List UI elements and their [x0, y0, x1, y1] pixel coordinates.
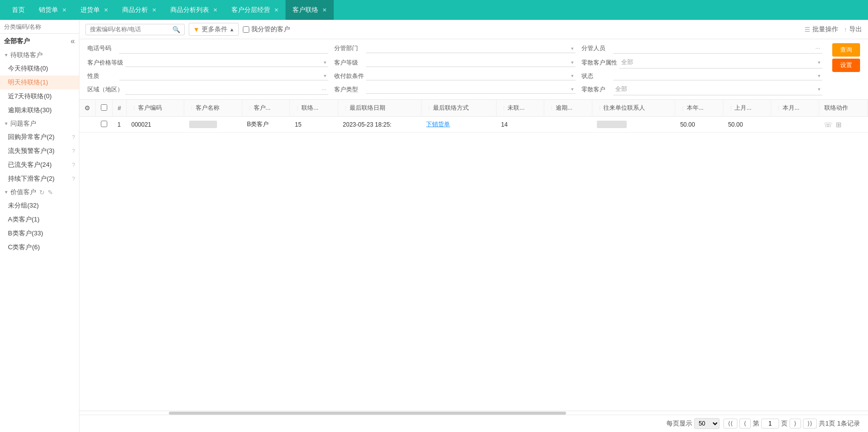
- chevron-down-icon-payment: ▾: [571, 73, 574, 78]
- th-settings[interactable]: ⚙: [79, 100, 96, 117]
- value-group-edit-icon[interactable]: ✎: [48, 189, 53, 196]
- sidebar-item-overdue-label: 逾期未联络(30): [8, 106, 52, 115]
- per-page-dropdown[interactable]: 50 100 200: [694, 418, 720, 429]
- filter-label-person: 分管人员: [581, 44, 611, 53]
- nav-item-sales[interactable]: 销货单 ✕: [32, 0, 73, 20]
- nav-close-customer-contact[interactable]: ✕: [322, 7, 327, 13]
- action-grid-icon[interactable]: ⊞: [836, 121, 842, 129]
- sidebar-item-overdue[interactable]: 逾期未联络(30): [0, 103, 79, 117]
- td-contact: 15: [290, 117, 338, 133]
- filter-select-dept[interactable]: ▾: [366, 44, 575, 53]
- nav-close-purchase[interactable]: ✕: [104, 7, 108, 13]
- th-code[interactable]: 客户编码: [127, 100, 184, 117]
- horizontal-scrollbar[interactable]: [79, 411, 868, 415]
- nav-close-product-list[interactable]: ✕: [213, 7, 217, 13]
- sidebar-item-declining[interactable]: 持续下滑客户(2) ?: [0, 172, 79, 186]
- nav-item-customer-tier[interactable]: 客户分层经营 ✕: [224, 0, 286, 20]
- filter-label-retail: 零散客户: [581, 85, 611, 94]
- page-last-button[interactable]: ⟩⟩: [803, 419, 817, 429]
- nav-item-product-analysis[interactable]: 商品分析 ✕: [115, 0, 163, 20]
- th-contact[interactable]: 联络...: [290, 100, 338, 117]
- sidebar-item-churn-warning[interactable]: 流失预警客户(3) ?: [0, 144, 79, 158]
- filter-select-retail[interactable]: 全部 ▾: [613, 83, 822, 95]
- page-first-button[interactable]: ⟨⟨: [723, 419, 737, 429]
- th-unit-contact[interactable]: 往来单位联系人: [592, 100, 675, 117]
- filter-select-person[interactable]: ···: [613, 43, 822, 54]
- chevron-down-icon-type: ▾: [571, 86, 574, 92]
- sidebar-search-area: 🔍: [0, 20, 79, 34]
- sidebar-item-ungrouped[interactable]: 未分组(32): [0, 199, 79, 213]
- th-this-year[interactable]: 本年...: [675, 100, 723, 117]
- sidebar-item-tomorrow[interactable]: 明天待联络(1): [0, 75, 79, 89]
- page-prev-button[interactable]: ⟨: [739, 419, 751, 429]
- sidebar-search-input[interactable]: [4, 23, 78, 30]
- page-number-input[interactable]: [761, 419, 779, 429]
- td-unit-contact: [592, 117, 675, 133]
- nav-close-product-analysis[interactable]: ✕: [152, 7, 156, 13]
- nav-item-customer-contact[interactable]: 客户联络 ✕: [286, 0, 334, 20]
- sidebar-item-class-b[interactable]: B类客户(33): [0, 226, 79, 240]
- more-filters-label: 更多条件: [202, 25, 227, 34]
- sidebar-group-value[interactable]: 价值客户 ↻ ✎: [0, 186, 79, 199]
- sidebar-group-pending[interactable]: 待联络客户: [0, 49, 79, 62]
- filter-select-retail-attr[interactable]: 全部 ▾: [619, 57, 822, 69]
- nav-close-customer-tier[interactable]: ✕: [274, 7, 279, 13]
- nav-close-sales[interactable]: ✕: [62, 7, 67, 13]
- nav-item-purchase[interactable]: 进货单 ✕: [73, 0, 115, 20]
- filter-select-customer-type[interactable]: ▾: [366, 85, 575, 94]
- sidebar-item-7days[interactable]: 近7天待联络(0): [0, 89, 79, 103]
- settings-icon[interactable]: ⚙: [84, 104, 90, 112]
- filter-label-payment: 收付款条件: [334, 72, 364, 80]
- th-this-month[interactable]: 本月...: [771, 100, 819, 117]
- sidebar-item-class-a-label: A类客户(1): [8, 215, 40, 224]
- filter-select-price-level[interactable]: ▾: [125, 58, 328, 67]
- nav-item-product-analysis-label: 商品分析: [122, 5, 148, 14]
- collapse-icon[interactable]: «: [71, 37, 75, 46]
- th-type[interactable]: 客户...: [242, 100, 290, 117]
- action-phone-icon[interactable]: ☏: [824, 121, 833, 129]
- search-icon[interactable]: 🔍: [172, 26, 180, 33]
- th-overdue[interactable]: 逾期...: [544, 100, 592, 117]
- th-last-contact-date[interactable]: 最后联络日期: [338, 100, 421, 117]
- th-uncontact[interactable]: 未联...: [496, 100, 544, 117]
- filter-select-customer-level[interactable]: ▾: [366, 58, 575, 67]
- filter-select-retail-value: 全部: [615, 85, 816, 93]
- set-button[interactable]: 设置: [832, 59, 860, 72]
- filter-select-region[interactable]: ···: [125, 84, 328, 95]
- th-name[interactable]: 客户名称: [184, 100, 242, 117]
- page-next-button[interactable]: ⟩: [790, 419, 801, 429]
- th-last-contact-method[interactable]: 最后联络方式: [421, 100, 496, 117]
- nav-item-product-list[interactable]: 商品分析列表 ✕: [163, 0, 224, 20]
- nav-item-home[interactable]: 首页: [5, 0, 32, 20]
- sidebar-item-today[interactable]: 今天待联络(0): [0, 62, 79, 75]
- filter-input-phone[interactable]: [119, 43, 328, 54]
- export-button[interactable]: ↑ 导出: [844, 25, 863, 34]
- my-customers-checkbox[interactable]: [243, 26, 249, 33]
- filter-select-payment[interactable]: ▾: [366, 72, 575, 80]
- sidebar-item-repurchase-abnormal[interactable]: 回购异常客户(2) ?: [0, 130, 79, 144]
- th-last-month[interactable]: 上月...: [723, 100, 771, 117]
- sidebar-item-churned[interactable]: 已流失客户(24) ?: [0, 158, 79, 172]
- query-button[interactable]: 查询: [832, 43, 860, 57]
- filter-select-status[interactable]: ▾: [613, 72, 822, 80]
- filter-cell-retail: 零散客户 全部 ▾: [581, 83, 828, 95]
- my-customers-checkbox-label[interactable]: 我分管的客户: [243, 25, 290, 34]
- batch-ops-button[interactable]: ☰ 批量操作: [804, 25, 838, 34]
- sidebar-item-class-a[interactable]: A类客户(1): [0, 213, 79, 226]
- sidebar-group-problem[interactable]: 问题客户: [0, 117, 79, 130]
- td-last-contact-method[interactable]: 下销货单: [421, 117, 496, 133]
- filter-select-retail-attr-value: 全部: [621, 58, 816, 67]
- sidebar-item-churned-label: 已流失客户(24): [8, 160, 52, 169]
- td-code: 000021: [127, 117, 184, 133]
- more-filters-button[interactable]: ▼ 更多条件 ▲: [189, 23, 239, 36]
- filter-select-nature[interactable]: ▾: [119, 72, 328, 80]
- select-all-checkbox[interactable]: [101, 104, 107, 111]
- row-checkbox[interactable]: [101, 121, 107, 127]
- pagination: ⟨⟨ ⟨ 第 页 ⟩ ⟩⟩ 共1页 1条记录: [723, 419, 860, 429]
- scrollbar-thumb[interactable]: [169, 412, 566, 415]
- filter-label-region: 区域（地区）: [87, 85, 123, 94]
- sidebar-item-class-c[interactable]: C类客户(6): [0, 240, 79, 254]
- search-input[interactable]: [90, 26, 170, 33]
- sidebar-all-customers[interactable]: 全部客户 «: [0, 34, 79, 49]
- value-group-refresh-icon[interactable]: ↻: [39, 189, 45, 196]
